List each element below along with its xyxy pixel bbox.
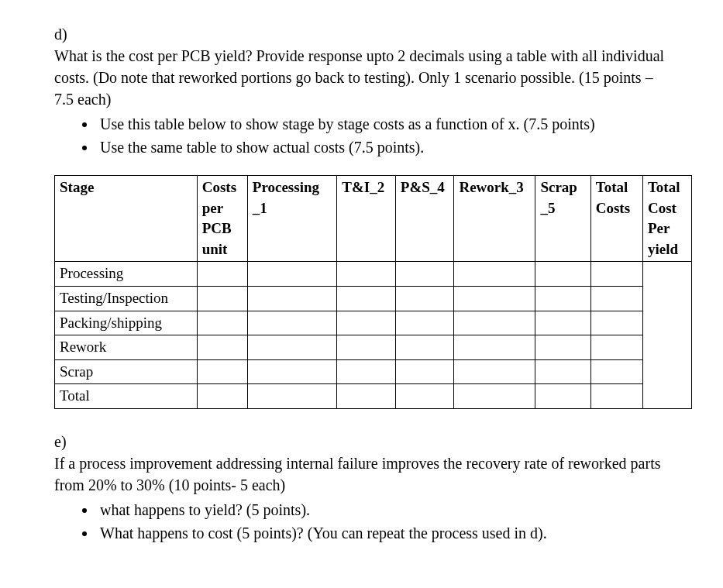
cost-table: Stage Costs per PCB unit Processing _1 T… [54, 175, 692, 409]
cell [395, 311, 454, 335]
question-e-bullets: what happens to yield? (5 points). What … [97, 499, 667, 544]
cell [197, 262, 247, 287]
table-header-row: Stage Costs per PCB unit Processing _1 T… [55, 176, 692, 262]
cell [247, 359, 336, 384]
cell [590, 286, 642, 311]
cell [337, 286, 396, 311]
question-e-bullet-2: What happens to cost (5 points)? (You ca… [97, 522, 667, 544]
cell [454, 286, 535, 311]
cell [535, 262, 590, 287]
cell [197, 311, 247, 335]
cell [590, 262, 642, 287]
col-stage: Stage [55, 176, 198, 262]
cell [535, 359, 590, 384]
question-e-label: e) [54, 431, 76, 452]
question-e-text: If a process improvement addressing inte… [54, 455, 660, 493]
question-d-bullet-2: Use the same table to show actual costs … [97, 136, 667, 158]
table-row: Scrap [55, 359, 692, 384]
cell [395, 262, 454, 287]
cell [337, 384, 396, 409]
cell-total-cost-per-yield [642, 262, 691, 409]
table-row: Total [55, 384, 692, 409]
table-row: Packing/shipping [55, 311, 692, 335]
cell [590, 335, 642, 360]
cell [454, 384, 535, 409]
cell [247, 384, 336, 409]
question-d-bullets: Use this table below to show stage by st… [97, 113, 667, 158]
question-d: d) What is the cost per PCB yield? Provi… [54, 23, 692, 160]
col-ti-2: T&I_2 [337, 176, 396, 262]
cell [395, 384, 454, 409]
cell [590, 311, 642, 335]
col-costs-per-pcb-unit: Costs per PCB unit [197, 176, 247, 262]
cell [395, 286, 454, 311]
cell [337, 262, 396, 287]
cell [197, 335, 247, 360]
col-processing-1: Processing _1 [247, 176, 336, 262]
col-total-cost-per-yield: Total Cost Per yield [642, 176, 691, 262]
cell [535, 335, 590, 360]
cell [454, 335, 535, 360]
cell [247, 286, 336, 311]
cell [247, 262, 336, 287]
table-row: Processing [55, 262, 692, 287]
question-d-bullet-1: Use this table below to show stage by st… [97, 113, 667, 135]
question-d-body: What is the cost per PCB yield? Provide … [54, 45, 667, 160]
col-ps-4: P&S_4 [395, 176, 454, 262]
cell [337, 335, 396, 360]
row-stage-label: Packing/shipping [55, 311, 198, 335]
table-row: Testing/Inspection [55, 286, 692, 311]
cell [535, 286, 590, 311]
cell [535, 311, 590, 335]
cell [395, 359, 454, 384]
cell [197, 286, 247, 311]
cell [197, 359, 247, 384]
question-e-body: If a process improvement addressing inte… [54, 452, 667, 545]
cell [454, 359, 535, 384]
cell [247, 311, 336, 335]
cell [197, 384, 247, 409]
col-rework-3: Rework_3 [454, 176, 535, 262]
question-d-text: What is the cost per PCB yield? Provide … [54, 47, 664, 108]
row-stage-label: Testing/Inspection [55, 286, 198, 311]
question-e: e) If a process improvement addressing i… [54, 431, 692, 545]
cell [395, 335, 454, 360]
table-row: Rework [55, 335, 692, 360]
cell [247, 335, 336, 360]
cell [590, 359, 642, 384]
cell [454, 311, 535, 335]
col-total-costs: Total Costs [590, 176, 642, 262]
cell [337, 311, 396, 335]
question-d-label: d) [54, 23, 76, 45]
cell [337, 359, 396, 384]
cell [535, 384, 590, 409]
cell [590, 384, 642, 409]
col-scrap-5: Scrap _5 [535, 176, 590, 262]
row-stage-label: Rework [55, 335, 198, 360]
row-stage-label: Scrap [55, 359, 198, 384]
row-stage-label: Total [55, 384, 198, 409]
question-e-bullet-1: what happens to yield? (5 points). [97, 499, 667, 521]
row-stage-label: Processing [55, 262, 198, 287]
cell [454, 262, 535, 287]
